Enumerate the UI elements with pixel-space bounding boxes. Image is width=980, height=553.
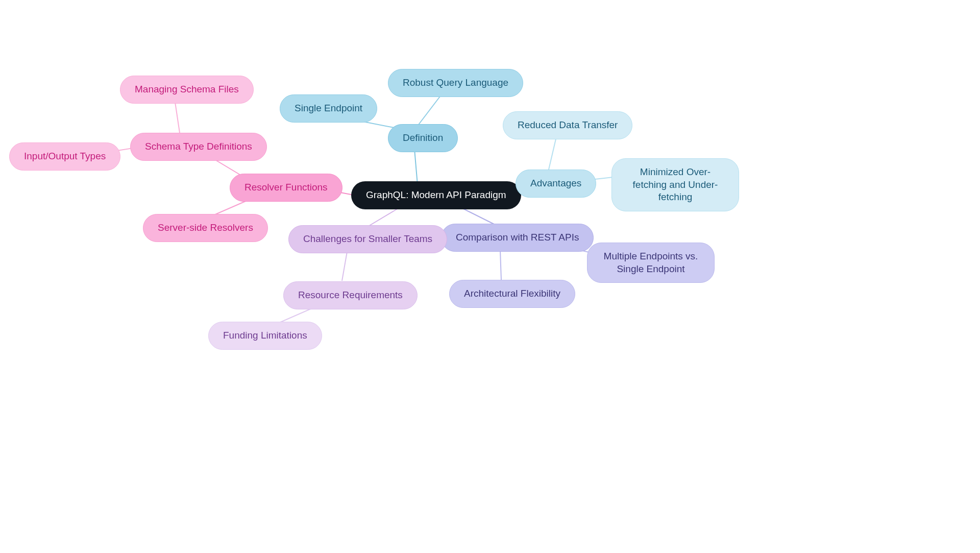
schema-type-label: Schema Type Definitions bbox=[145, 140, 252, 153]
advantages-node[interactable]: Advantages bbox=[516, 170, 596, 198]
svg-line-6 bbox=[459, 207, 495, 225]
svg-line-15 bbox=[175, 102, 180, 133]
challenges-label: Challenges for Smaller Teams bbox=[303, 233, 432, 246]
arch-flex-label: Architectural Flexibility bbox=[464, 287, 560, 300]
comparison-node[interactable]: Comparison with REST APIs bbox=[441, 224, 594, 252]
resource-req-label: Resource Requirements bbox=[298, 289, 403, 302]
minimized-fetch-node[interactable]: Minimized Over-fetching and Under-fetchi… bbox=[611, 158, 739, 211]
definition-node[interactable]: Definition bbox=[388, 124, 458, 152]
comparison-label: Comparison with REST APIs bbox=[456, 231, 579, 244]
resource-req-node[interactable]: Resource Requirements bbox=[283, 281, 418, 309]
managing-schema-node[interactable]: Managing Schema Files bbox=[120, 76, 254, 104]
io-types-label: Input/Output Types bbox=[24, 150, 106, 163]
robust-query-node[interactable]: Robust Query Language bbox=[388, 69, 523, 97]
advantages-label: Advantages bbox=[530, 177, 581, 190]
challenges-node[interactable]: Challenges for Smaller Teams bbox=[288, 225, 447, 253]
reduced-transfer-label: Reduced Data Transfer bbox=[518, 119, 618, 132]
server-side-node[interactable]: Server-side Resolvers bbox=[143, 214, 268, 242]
single-endpoint-node[interactable]: Single Endpoint bbox=[280, 94, 377, 123]
svg-line-9 bbox=[368, 207, 401, 227]
root-node[interactable]: GraphQL: Modern API Paradigm bbox=[351, 181, 521, 209]
reduced-transfer-node[interactable]: Reduced Data Transfer bbox=[503, 111, 632, 139]
server-side-label: Server-side Resolvers bbox=[158, 222, 253, 234]
resolver-label: Resolver Functions bbox=[244, 181, 328, 194]
funding-label: Funding Limitations bbox=[223, 329, 307, 342]
arch-flex-node[interactable]: Architectural Flexibility bbox=[449, 280, 575, 308]
svg-line-8 bbox=[500, 250, 501, 280]
schema-type-node[interactable]: Schema Type Definitions bbox=[130, 133, 267, 161]
io-types-node[interactable]: Input/Output Types bbox=[9, 142, 120, 171]
managing-schema-label: Managing Schema Files bbox=[135, 83, 239, 96]
svg-line-2 bbox=[419, 94, 442, 125]
minimized-fetch-label: Minimized Over-fetching and Under-fetchi… bbox=[626, 166, 724, 204]
multi-vs-single-node[interactable]: Multiple Endpoints vs. Single Endpoint bbox=[587, 243, 715, 283]
resolver-node[interactable]: Resolver Functions bbox=[230, 174, 342, 202]
multi-vs-single-label: Multiple Endpoints vs. Single Endpoint bbox=[602, 250, 700, 275]
root-label: GraphQL: Modern API Paradigm bbox=[366, 189, 506, 202]
svg-line-4 bbox=[549, 137, 556, 170]
robust-query-label: Robust Query Language bbox=[403, 77, 508, 89]
svg-line-0 bbox=[414, 149, 418, 185]
svg-line-10 bbox=[342, 252, 347, 281]
funding-node[interactable]: Funding Limitations bbox=[208, 322, 322, 350]
definition-label: Definition bbox=[403, 132, 443, 145]
single-endpoint-label: Single Endpoint bbox=[295, 102, 362, 115]
